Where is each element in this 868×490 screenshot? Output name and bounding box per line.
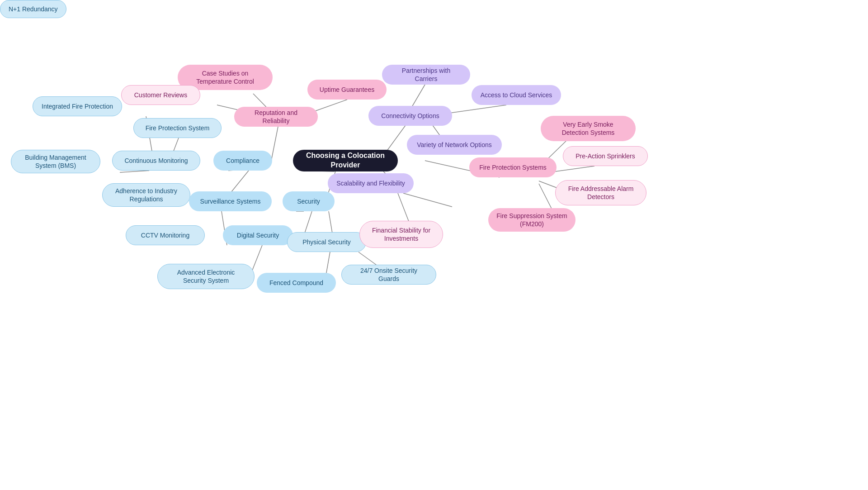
integrated-fire-node: Integrated Fire Protection (33, 96, 122, 116)
partnerships-node: Partnerships with Carriers (382, 65, 470, 85)
fenced-compound-node: Fenced Compound (257, 273, 336, 293)
access-cloud-node: Access to Cloud Services (472, 85, 561, 105)
pre-action-sprinklers-node: Pre-Action Sprinklers (563, 146, 648, 166)
digital-security-node: Digital Security (223, 225, 293, 245)
advanced-electronic-node: Advanced Electronic Security System (157, 264, 255, 289)
reputation-node: Reputation and Reliability (234, 107, 318, 127)
security-guards-node: 24/7 Onsite Security Guards (341, 265, 436, 285)
security-node: Security (283, 191, 335, 211)
cctv-monitoring-node: CCTV Monitoring (126, 225, 205, 245)
building-mgmt-node: Building Management System (BMS) (11, 150, 100, 173)
n1-redundancy-node: N+1 Redundancy (0, 0, 66, 18)
fire-protection-systems-node: Fire Protection Systems (469, 157, 557, 177)
svg-line-7 (120, 171, 149, 172)
physical-security-node: Physical Security (287, 232, 366, 252)
surveillance-node: Surveillance Systems (189, 191, 272, 211)
scalability-node: Scalability and Flexibility (328, 173, 414, 193)
connectivity-node: Connectivity Options (368, 106, 452, 126)
svg-line-1 (271, 127, 278, 161)
uptime-guarantees-node: Uptime Guarantees (307, 80, 387, 100)
compliance-node: Compliance (213, 151, 272, 171)
very-early-smoke-node: Very Early Smoke Detection Systems (541, 116, 636, 141)
svg-line-23 (403, 193, 452, 207)
continuous-monitoring-node: Continuous Monitoring (112, 151, 200, 171)
variety-network-node: Variety of Network Options (407, 135, 502, 155)
fire-suppression-node: Fire Suppression System (FM200) (488, 208, 576, 232)
fire-protection-system-node: Fire Protection System (133, 118, 222, 138)
center-node: Choosing a Colocation Provider (293, 150, 398, 171)
adherence-node: Adherence to Industry Regulations (102, 183, 190, 207)
financial-stability-node: Financial Stability for Investments (359, 221, 443, 248)
customer-reviews-node: Customer Reviews (121, 85, 200, 105)
fire-addressable-node: Fire Addressable Alarm Detectors (555, 180, 646, 205)
